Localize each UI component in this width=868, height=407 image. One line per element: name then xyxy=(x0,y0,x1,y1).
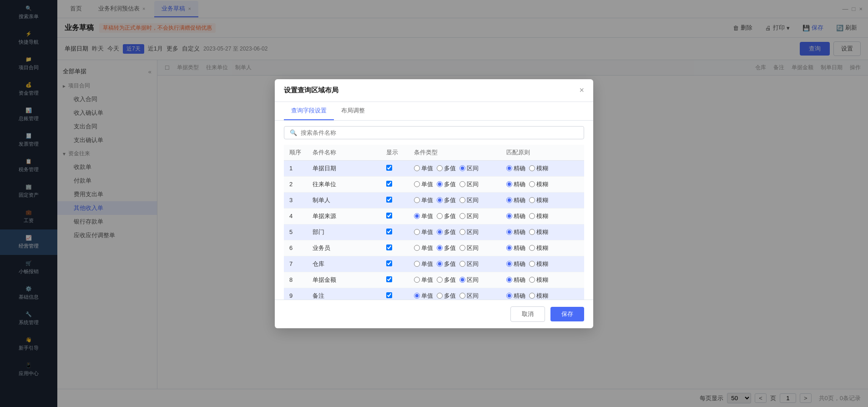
col-header-match: 匹配原则 xyxy=(501,145,584,161)
cell-show xyxy=(381,272,409,288)
type-option[interactable]: 区间 xyxy=(459,180,479,188)
show-checkbox[interactable] xyxy=(386,229,392,234)
type-option[interactable]: 单值 xyxy=(414,228,433,236)
type-option[interactable]: 多值 xyxy=(437,212,456,220)
modal-tab-field-settings[interactable]: 查询字段设置 xyxy=(284,102,334,120)
cell-order: 8 xyxy=(284,272,307,288)
cell-match: 精确模糊 xyxy=(501,192,584,208)
modal-header: 设置查询区域布局 × xyxy=(275,79,593,102)
type-option[interactable]: 单值 xyxy=(414,260,433,268)
match-option[interactable]: 模糊 xyxy=(529,228,548,236)
match-option[interactable]: 精确 xyxy=(506,212,525,220)
type-option[interactable]: 单值 xyxy=(414,180,433,188)
match-option[interactable]: 精确 xyxy=(506,164,525,173)
cell-match: 精确模糊 xyxy=(501,224,584,240)
cell-show xyxy=(381,208,409,224)
match-option[interactable]: 精确 xyxy=(506,276,525,284)
type-option[interactable]: 单值 xyxy=(414,196,433,204)
cell-order: 9 xyxy=(284,288,307,300)
match-option[interactable]: 精确 xyxy=(506,244,525,252)
match-option[interactable]: 精确 xyxy=(506,180,525,188)
cell-name: 制单人 xyxy=(307,192,381,208)
type-option[interactable]: 区间 xyxy=(459,260,479,268)
cell-order: 6 xyxy=(284,240,307,256)
modal-tab-layout[interactable]: 布局调整 xyxy=(334,102,372,120)
match-option[interactable]: 模糊 xyxy=(529,164,548,173)
match-option[interactable]: 精确 xyxy=(506,228,525,236)
match-option[interactable]: 模糊 xyxy=(529,260,548,268)
type-option[interactable]: 区间 xyxy=(459,196,479,204)
table-row: 7仓库单值多值区间精确模糊 xyxy=(284,256,584,272)
cell-show xyxy=(381,192,409,208)
cancel-button[interactable]: 取消 xyxy=(510,306,545,322)
type-option[interactable]: 区间 xyxy=(459,164,479,173)
match-option[interactable]: 模糊 xyxy=(529,244,548,252)
table-row: 1单据日期单值多值区间精确模糊 xyxy=(284,160,584,176)
show-checkbox[interactable] xyxy=(386,213,392,219)
cell-match: 精确模糊 xyxy=(501,288,584,300)
show-checkbox[interactable] xyxy=(386,197,392,203)
type-option[interactable]: 单值 xyxy=(414,164,433,173)
type-option[interactable]: 单值 xyxy=(414,244,433,252)
cell-type: 单值多值区间 xyxy=(409,224,501,240)
cell-type: 单值多值区间 xyxy=(409,176,501,192)
type-option[interactable]: 多值 xyxy=(437,244,456,252)
show-checkbox[interactable] xyxy=(386,244,392,250)
show-checkbox[interactable] xyxy=(386,165,392,171)
modal-close-button[interactable]: × xyxy=(579,86,584,95)
match-option[interactable]: 精确 xyxy=(506,260,525,268)
type-option[interactable]: 区间 xyxy=(459,244,479,252)
cell-show xyxy=(381,160,409,176)
cell-match: 精确模糊 xyxy=(501,176,584,192)
condition-search-input[interactable] xyxy=(301,129,578,136)
table-row: 5部门单值多值区间精确模糊 xyxy=(284,224,584,240)
type-option[interactable]: 多值 xyxy=(437,228,456,236)
match-option[interactable]: 模糊 xyxy=(529,180,548,188)
table-row: 3制单人单值多值区间精确模糊 xyxy=(284,192,584,208)
type-option[interactable]: 区间 xyxy=(459,212,479,220)
type-option[interactable]: 多值 xyxy=(437,276,456,284)
cell-name: 单据来源 xyxy=(307,208,381,224)
search-input-wrap: 🔍 xyxy=(284,126,584,139)
match-option[interactable]: 精确 xyxy=(506,196,525,204)
cell-name: 单据金额 xyxy=(307,272,381,288)
match-option[interactable]: 精确 xyxy=(506,292,525,300)
type-option[interactable]: 单值 xyxy=(414,276,433,284)
match-option[interactable]: 模糊 xyxy=(529,196,548,204)
match-option[interactable]: 模糊 xyxy=(529,276,548,284)
cell-match: 精确模糊 xyxy=(501,208,584,224)
type-option[interactable]: 多值 xyxy=(437,292,456,300)
type-option[interactable]: 区间 xyxy=(459,292,479,300)
config-table: 顺序 条件名称 显示 条件类型 匹配原则 1单据日期单值多值区间精确模糊2往来单… xyxy=(284,145,584,300)
type-option[interactable]: 区间 xyxy=(459,228,479,236)
cell-order: 5 xyxy=(284,224,307,240)
modal-search-area: 🔍 xyxy=(275,121,593,145)
cell-name: 仓库 xyxy=(307,256,381,272)
cell-order: 2 xyxy=(284,176,307,192)
match-option[interactable]: 模糊 xyxy=(529,212,548,220)
config-table-wrap: 顺序 条件名称 显示 条件类型 匹配原则 1单据日期单值多值区间精确模糊2往来单… xyxy=(275,145,593,300)
cell-type: 单值多值区间 xyxy=(409,160,501,176)
type-option[interactable]: 区间 xyxy=(459,276,479,284)
match-option[interactable]: 模糊 xyxy=(529,292,548,300)
cell-show xyxy=(381,176,409,192)
type-option[interactable]: 单值 xyxy=(414,212,433,220)
cell-type: 单值多值区间 xyxy=(409,256,501,272)
cell-order: 4 xyxy=(284,208,307,224)
type-option[interactable]: 多值 xyxy=(437,196,456,204)
cell-match: 精确模糊 xyxy=(501,272,584,288)
cell-name: 备注 xyxy=(307,288,381,300)
type-option[interactable]: 单值 xyxy=(414,292,433,300)
col-header-show: 显示 xyxy=(381,145,409,161)
cell-order: 7 xyxy=(284,256,307,272)
show-checkbox[interactable] xyxy=(386,292,392,298)
type-option[interactable]: 多值 xyxy=(437,164,456,173)
table-row: 9备注单值多值区间精确模糊 xyxy=(284,288,584,300)
type-option[interactable]: 多值 xyxy=(437,260,456,268)
modal-save-button[interactable]: 保存 xyxy=(550,307,584,321)
type-option[interactable]: 多值 xyxy=(437,180,456,188)
show-checkbox[interactable] xyxy=(386,276,392,282)
cell-name: 往来单位 xyxy=(307,176,381,192)
show-checkbox[interactable] xyxy=(386,260,392,266)
show-checkbox[interactable] xyxy=(386,181,392,187)
